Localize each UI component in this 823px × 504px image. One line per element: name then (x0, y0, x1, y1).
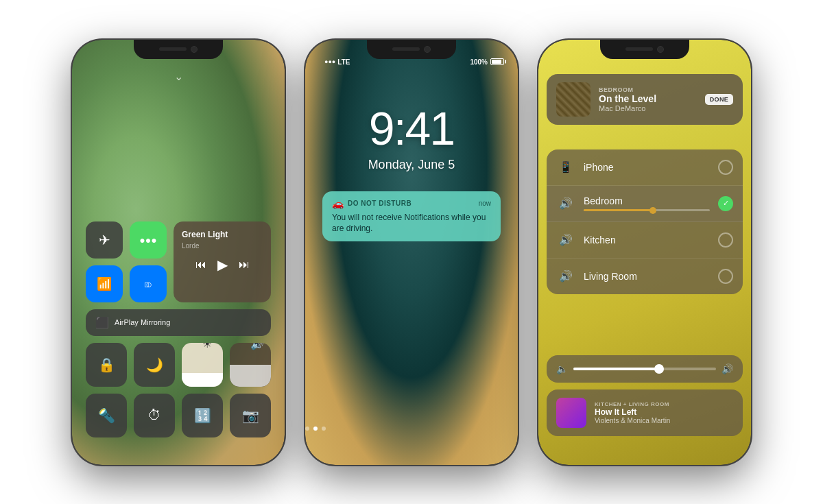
do-not-disturb-button[interactable]: 🌙 (134, 343, 175, 387)
done-button[interactable]: DONE (705, 94, 733, 105)
cellular-button[interactable]: ●●● (130, 221, 167, 259)
brightness-icon: ☀ (202, 343, 212, 350)
notch-3 (600, 40, 689, 59)
timer-button[interactable]: ⏱ (134, 394, 175, 437)
battery-fill (492, 60, 501, 64)
notch-2 (367, 40, 456, 59)
dnd-notification: 🚗 DO NOT DISTURB now You will not receiv… (322, 191, 501, 242)
prev-button[interactable]: ⏮ (195, 259, 206, 271)
dot-1 (305, 427, 309, 431)
chevron-down-icon: ⌄ (174, 70, 183, 83)
cc-bottom-row: 🔦 ⏱ 🔢 📷 (86, 394, 271, 437)
notch-1 (134, 40, 223, 59)
livingroom-check (718, 269, 733, 284)
speaker-grille (159, 47, 187, 51)
now-playing-info: BEDROOM On the Level Mac DeMarco (599, 86, 697, 112)
sp-info: KITCHEN + LIVING ROOM How It Left Violen… (595, 401, 733, 424)
cc-conn-row-1: ✈ ●●● (86, 221, 167, 259)
lock-date: Monday, June 5 (368, 158, 455, 172)
phone-1-control-center: ⌄ ✈ ●●● 📶 (72, 40, 285, 465)
calculator-icon: 🔢 (194, 407, 211, 424)
bedroom-speaker-icon: 🔊 (556, 194, 575, 213)
lte-label: LTE (337, 58, 350, 66)
phone-2-lock-screen: ●●● LTE 100% 9:41 Monday, June 5 🚗 DO NO… (305, 40, 518, 465)
np-title: On the Level (599, 93, 697, 104)
music-artist: Lorde (182, 242, 263, 250)
car-icon: 🚗 (332, 198, 344, 209)
wifi-icon: 📶 (97, 276, 112, 291)
livingroom-speaker-icon: 🔊 (556, 267, 575, 286)
cc-connectivity: ✈ ●●● 📶 ⎄ (86, 221, 167, 302)
airplay-icon: ⬛ (95, 316, 109, 329)
album-art (556, 82, 591, 117)
camera-icon: 📷 (242, 407, 259, 424)
now-playing-card: BEDROOM On the Level Mac DeMarco DONE (547, 74, 743, 125)
play-button[interactable]: ▶ (217, 256, 228, 273)
camera-button[interactable]: 📷 (230, 394, 271, 437)
bluetooth-button[interactable]: ⎄ (130, 265, 167, 302)
calculator-button[interactable]: 🔢 (182, 394, 223, 437)
page-dots (305, 427, 326, 431)
bedroom-check: ✓ (718, 196, 733, 211)
vol-track (573, 368, 716, 370)
livingroom-speaker-name: Living Room (584, 271, 710, 282)
dot-2 (313, 427, 318, 431)
vol-high-icon: 🔊 (721, 363, 733, 374)
airplane-mode-button[interactable]: ✈ (86, 221, 123, 259)
front-camera (191, 46, 198, 53)
bedroom-volume-fill (584, 209, 653, 211)
speaker-item-living-room[interactable]: 🔊 Living Room (547, 259, 743, 294)
bedroom-volume-thumb (649, 207, 656, 214)
vol-low-icon: 🔈 (556, 363, 568, 374)
brightness-fill (182, 373, 223, 386)
bluetooth-icon: ⎄ (145, 278, 152, 290)
speaker-item-iphone[interactable]: 📱 iPhone (547, 149, 743, 186)
volume-fill (230, 365, 271, 387)
sp-artist: Violents & Monica Martin (595, 417, 733, 424)
phone-2-screen: ●●● LTE 100% 9:41 Monday, June 5 🚗 DO NO… (305, 40, 518, 465)
dnd-message: You will not receive Notifications while… (332, 212, 491, 235)
speaker-item-bedroom[interactable]: 🔊 Bedroom ✓ (547, 186, 743, 222)
dot-3 (322, 427, 326, 431)
sp-title: How It Left (595, 407, 733, 417)
airplane-icon: ✈ (99, 232, 110, 248)
iphone-speaker-icon: 📱 (556, 158, 575, 177)
kitchen-speaker-icon: 🔊 (556, 230, 575, 250)
album-art-image (556, 82, 591, 117)
screen-lock-button[interactable]: 🔒 (86, 343, 127, 387)
wifi-button[interactable]: 📶 (86, 265, 123, 302)
front-camera-2 (424, 46, 431, 53)
iphone-check (718, 160, 733, 175)
speaker-item-kitchen[interactable]: 🔊 Kitchen (547, 222, 743, 259)
lock-screen-content: 9:41 Monday, June 5 🚗 DO NOT DISTURB now… (305, 40, 518, 465)
master-volume-slider[interactable]: 🔈 🔊 (547, 355, 743, 383)
cellular-icon: ●●● (139, 235, 156, 245)
np-artist: Mac DeMarco (599, 104, 697, 112)
volume-icon: 🔊 (250, 343, 264, 350)
speaker-grille-3 (625, 47, 653, 51)
flashlight-button[interactable]: 🔦 (86, 394, 127, 437)
music-title: Green Light (182, 230, 263, 239)
control-center-panel: ✈ ●●● 📶 ⎄ (86, 221, 271, 437)
airplay-mirroring-button[interactable]: ⬛ AirPlay Mirroring (86, 309, 271, 336)
phone-3-screen: BEDROOM On the Level Mac DeMarco DONE 📱 … (538, 40, 751, 465)
lock-time: 9:41 (369, 101, 454, 155)
signal-bars: ●●● LTE (319, 56, 350, 66)
cc-top-row: ✈ ●●● 📶 ⎄ (86, 221, 271, 302)
dnd-time: now (479, 200, 491, 207)
bedroom-speaker-name: Bedroom (584, 195, 710, 206)
dnd-header: 🚗 DO NOT DISTURB now (332, 198, 491, 209)
battery-icon (490, 58, 504, 65)
flashlight-icon: 🔦 (98, 407, 115, 424)
next-button[interactable]: ⏭ (239, 259, 250, 271)
moon-icon: 🌙 (146, 357, 163, 373)
kitchen-speaker-name: Kitchen (584, 235, 710, 245)
volume-slider[interactable]: 🔊 (230, 343, 271, 387)
brightness-slider[interactable]: ☀ (182, 343, 223, 387)
front-camera-3 (657, 46, 664, 53)
music-widget[interactable]: Green Light Lorde ⏮ ▶ ⏭ (174, 221, 271, 302)
vol-fill (573, 368, 659, 370)
second-playing-card: KITCHEN + LIVING ROOM How It Left Violen… (547, 389, 743, 436)
np-location: BEDROOM (599, 86, 697, 93)
dnd-label: DO NOT DISTURB (348, 200, 412, 207)
